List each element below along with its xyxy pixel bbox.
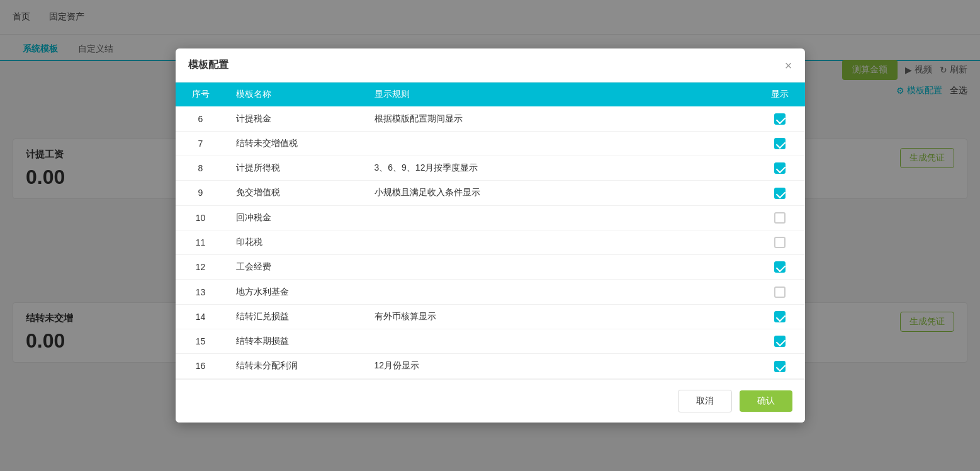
- table-row: 12工会经费: [176, 255, 805, 280]
- cell-name: 工会经费: [226, 255, 364, 280]
- checkbox-14[interactable]: [774, 311, 786, 322]
- modal-table-wrap[interactable]: 序号 模板名称 显示规则 显示 6计提税金根据模版配置期间显示7结转未交增值税8…: [176, 82, 805, 378]
- checkbox-8[interactable]: [774, 162, 786, 174]
- cell-name: 地方水利基金: [226, 280, 364, 304]
- cell-seq: 6: [176, 106, 226, 131]
- cell-display[interactable]: [755, 156, 805, 180]
- cell-display[interactable]: [755, 106, 805, 131]
- cell-seq: 16: [176, 354, 226, 378]
- col-header-display: 显示: [755, 82, 805, 106]
- cell-seq: 14: [176, 304, 226, 329]
- cell-display[interactable]: [755, 354, 805, 378]
- cell-display[interactable]: [755, 304, 805, 329]
- cell-name: 结转未分配利润: [226, 354, 364, 378]
- modal-table: 序号 模板名称 显示规则 显示 6计提税金根据模版配置期间显示7结转未交增值税8…: [176, 82, 805, 378]
- cell-name: 印花税: [226, 230, 364, 254]
- table-row: 16结转未分配利润12月份显示: [176, 354, 805, 378]
- cell-seq: 11: [176, 230, 226, 254]
- cell-seq: 13: [176, 280, 226, 304]
- cell-rule: [364, 329, 755, 354]
- cell-name: 结转汇兑损益: [226, 304, 364, 329]
- cell-display[interactable]: [755, 131, 805, 156]
- cell-seq: 9: [176, 181, 226, 205]
- checkbox-13[interactable]: [774, 287, 786, 298]
- checkbox-16[interactable]: [774, 361, 786, 372]
- cell-display[interactable]: [755, 230, 805, 254]
- cell-rule: 有外币核算显示: [364, 304, 755, 329]
- cell-display[interactable]: [755, 280, 805, 304]
- table-row: 8计提所得税3、6、9、12月按季度显示: [176, 156, 805, 180]
- cell-rule: [364, 280, 755, 304]
- col-header-rule: 显示规则: [364, 82, 755, 106]
- modal-header: 模板配置 ×: [176, 48, 805, 82]
- cell-seq: 15: [176, 329, 226, 354]
- cell-rule: 12月份显示: [364, 354, 755, 378]
- checkbox-7[interactable]: [774, 138, 786, 149]
- modal-title: 模板配置: [188, 59, 228, 72]
- checkbox-12[interactable]: [774, 261, 786, 273]
- cell-name: 计提税金: [226, 106, 364, 131]
- col-header-name: 模板名称: [226, 82, 364, 106]
- cell-rule: 3、6、9、12月按季度显示: [364, 156, 755, 180]
- checkbox-10[interactable]: [774, 212, 786, 224]
- cell-seq: 7: [176, 131, 226, 156]
- cell-seq: 12: [176, 255, 226, 280]
- modal-overlay: 模板配置 × 序号 模板名称 显示规则 显示 6计提税金根据模版配置期间显示7结…: [0, 0, 980, 471]
- cell-rule: 小规模且满足收入条件显示: [364, 181, 755, 205]
- cell-display[interactable]: [755, 205, 805, 230]
- table-row: 14结转汇兑损益有外币核算显示: [176, 304, 805, 329]
- cell-name: 计提所得税: [226, 156, 364, 180]
- cell-rule: [364, 205, 755, 230]
- table-row: 7结转未交增值税: [176, 131, 805, 156]
- col-header-seq: 序号: [176, 82, 226, 106]
- checkbox-6[interactable]: [774, 113, 786, 125]
- template-config-modal: 模板配置 × 序号 模板名称 显示规则 显示 6计提税金根据模版配置期间显示7结…: [176, 48, 805, 422]
- cell-name: 结转本期损益: [226, 329, 364, 354]
- cancel-button[interactable]: 取消: [678, 390, 732, 412]
- cell-name: 免交增值税: [226, 181, 364, 205]
- cell-rule: [364, 230, 755, 254]
- cell-name: 回冲税金: [226, 205, 364, 230]
- cell-display[interactable]: [755, 329, 805, 354]
- confirm-button[interactable]: 确认: [740, 390, 792, 412]
- checkbox-11[interactable]: [774, 237, 786, 248]
- table-row: 9免交增值税小规模且满足收入条件显示: [176, 181, 805, 205]
- cell-rule: [364, 131, 755, 156]
- cell-rule: [364, 255, 755, 280]
- cell-name: 结转未交增值税: [226, 131, 364, 156]
- table-row: 15结转本期损益: [176, 329, 805, 354]
- cell-seq: 8: [176, 156, 226, 180]
- table-row: 13地方水利基金: [176, 280, 805, 304]
- checkbox-9[interactable]: [774, 188, 786, 199]
- table-row: 11印花税: [176, 230, 805, 254]
- table-row: 6计提税金根据模版配置期间显示: [176, 106, 805, 131]
- cell-display[interactable]: [755, 181, 805, 205]
- modal-close-button[interactable]: ×: [785, 59, 792, 72]
- cell-display[interactable]: [755, 255, 805, 280]
- cell-rule: 根据模版配置期间显示: [364, 106, 755, 131]
- table-row: 10回冲税金: [176, 205, 805, 230]
- cell-seq: 10: [176, 205, 226, 230]
- modal-footer: 取消 确认: [176, 379, 805, 423]
- checkbox-15[interactable]: [774, 336, 786, 347]
